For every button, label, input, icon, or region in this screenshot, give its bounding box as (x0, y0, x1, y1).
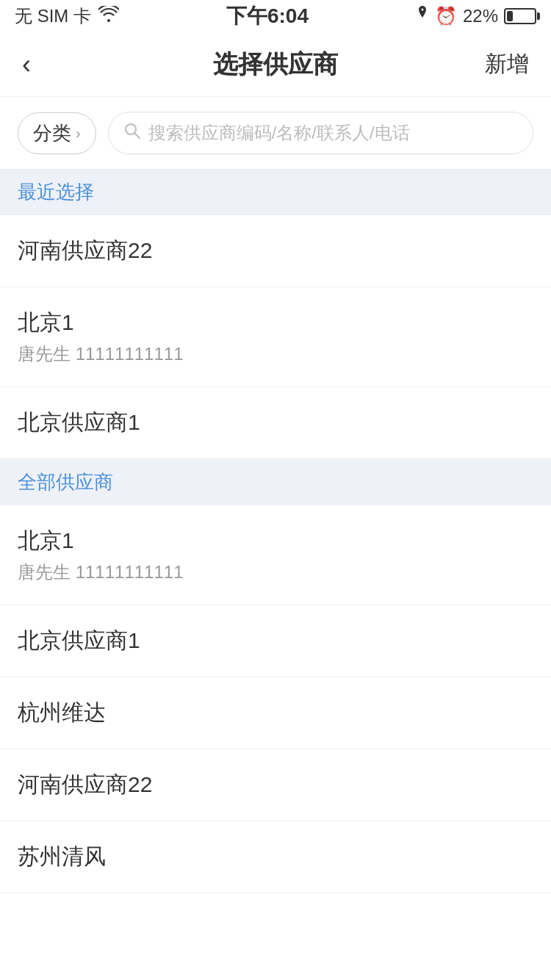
category-label: 分类 (33, 120, 71, 146)
supplier-name: 北京供应商1 (18, 626, 533, 656)
supplier-name: 北京1 (18, 526, 533, 556)
list-item[interactable]: 苏州清风 (0, 821, 551, 893)
supplier-name: 北京供应商1 (18, 408, 533, 438)
battery-icon (504, 8, 536, 24)
page-title: 选择供应商 (213, 48, 338, 82)
wifi-icon (98, 6, 119, 26)
category-button[interactable]: 分类 › (18, 112, 96, 154)
nav-bar: ‹ 选择供应商 新增 (0, 32, 551, 97)
alarm-icon: ⏰ (435, 6, 457, 26)
add-button[interactable]: 新增 (470, 49, 529, 79)
recent-list: 河南供应商22 北京1 唐先生 11111111111 北京供应商1 (0, 215, 551, 459)
chevron-right-icon: › (76, 125, 81, 142)
all-section-title: 全部供应商 (18, 471, 113, 493)
status-right: ⏰ 22% (416, 6, 536, 26)
battery-percent: 22% (463, 6, 498, 26)
supplier-contact: 唐先生 11111111111 (18, 342, 533, 366)
location-icon (416, 6, 429, 26)
list-item[interactable]: 河南供应商22 (0, 749, 551, 821)
back-button[interactable]: ‹ (22, 49, 81, 80)
supplier-name: 苏州清风 (18, 842, 533, 872)
supplier-name: 河南供应商22 (18, 770, 533, 800)
sim-status: 无 SIM 卡 (15, 4, 91, 28)
list-item[interactable]: 北京1 唐先生 11111111111 (0, 287, 551, 387)
search-box[interactable]: 搜索供应商编码/名称/联系人/电话 (108, 112, 533, 154)
all-suppliers-list: 北京1 唐先生 11111111111 北京供应商1 杭州维达 河南供应商22 … (0, 505, 551, 893)
status-left: 无 SIM 卡 (15, 4, 119, 28)
all-section-header: 全部供应商 (0, 459, 551, 505)
supplier-name: 河南供应商22 (18, 236, 533, 266)
supplier-name: 杭州维达 (18, 698, 533, 728)
list-item[interactable]: 北京供应商1 (0, 605, 551, 677)
filter-bar: 分类 › 搜索供应商编码/名称/联系人/电话 (0, 97, 551, 169)
list-item[interactable]: 北京1 唐先生 11111111111 (0, 505, 551, 605)
search-icon (123, 122, 141, 144)
supplier-contact: 唐先生 11111111111 (18, 561, 533, 584)
list-item[interactable]: 河南供应商22 (0, 215, 551, 287)
recent-section-title: 最近选择 (18, 181, 94, 203)
status-time: 下午6:04 (226, 2, 309, 30)
status-bar: 无 SIM 卡 下午6:04 ⏰ 22% (0, 0, 551, 32)
supplier-name: 北京1 (18, 308, 533, 338)
svg-line-1 (134, 134, 140, 139)
search-placeholder: 搜索供应商编码/名称/联系人/电话 (148, 121, 410, 145)
list-item[interactable]: 杭州维达 (0, 677, 551, 749)
list-item[interactable]: 北京供应商1 (0, 387, 551, 459)
recent-section-header: 最近选择 (0, 169, 551, 215)
